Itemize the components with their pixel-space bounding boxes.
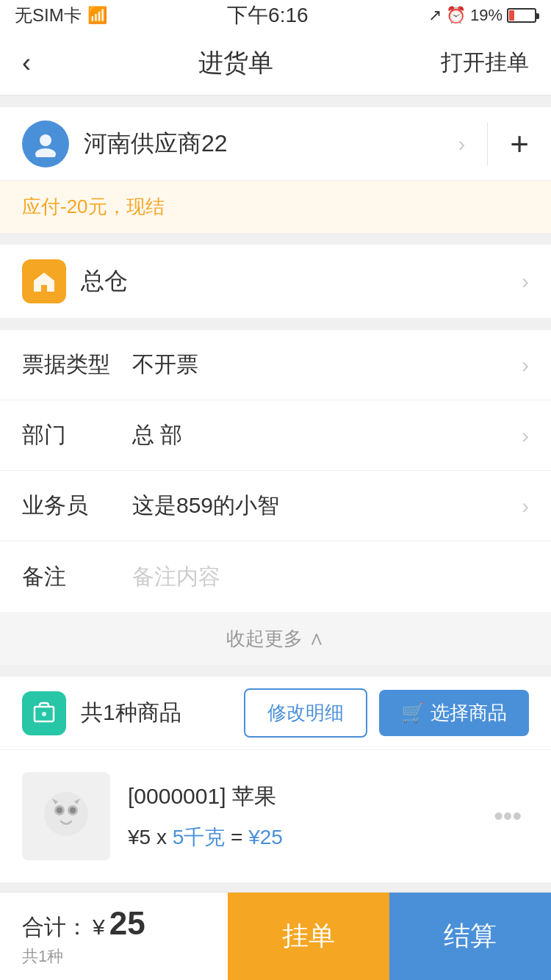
svg-point-1 [35,148,56,157]
carrier-text: 无SIM卡 [15,4,82,27]
warehouse-icon [22,259,66,303]
total-amount: 25 [109,905,145,942]
form-card: 票据类型 不开票 › 部门 总 部 › 业务员 这是859的小智 › 备注 备注… [0,330,551,612]
page-title: 进货单 [198,46,273,80]
product-price-row: ¥5 x 5千克 = ¥25 [128,824,486,851]
chevron-right-icon: › [522,269,529,294]
remark-row[interactable]: 备注 备注内容 [0,541,551,612]
remark-label: 备注 [22,562,110,592]
remark-input[interactable]: 备注内容 [132,562,529,592]
svg-point-3 [42,712,46,716]
status-bar: 无SIM卡 📶 下午6:16 ↗ ⏰ 19% [0,0,551,31]
product-info: [0000001] 苹果 ¥5 x 5千克 = ¥25 [128,782,486,851]
collapse-label: 收起更多 ∧ [226,626,324,652]
hang-button[interactable]: 挂单 [228,893,389,981]
total-price-highlight: ¥25 [248,826,283,849]
invoice-type-row[interactable]: 票据类型 不开票 › [0,330,551,400]
checkout-button[interactable]: 结算 [389,893,551,981]
chevron-right-icon: › [458,131,465,156]
svg-point-8 [70,807,76,813]
alarm-icon: ⏰ [446,6,466,25]
collapse-toggle[interactable]: 收起更多 ∧ [0,612,551,665]
product-section: 共1种商品 修改明细 🛒 选择商品 [0,677,551,882]
avatar [22,120,69,167]
quantity-highlight: 5千克 [173,826,226,849]
open-hang-button[interactable]: 打开挂单 [441,48,529,78]
wifi-icon: 📶 [87,6,107,25]
bottom-bar: 合计： ¥ 25 共1种 挂单 结算 [0,892,551,980]
edit-detail-button[interactable]: 修改明细 [244,688,367,738]
total-main: 合计： ¥ 25 [22,905,206,943]
department-label: 部门 [22,420,110,450]
nav-bar: ‹ 进货单 打开挂单 [0,31,551,96]
svg-point-7 [57,807,62,813]
select-product-label: 选择商品 [431,700,507,726]
salesperson-row[interactable]: 业务员 这是859的小智 › [0,471,551,541]
total-sub-label: 共1种 [22,945,206,968]
status-time: 下午6:16 [227,1,309,29]
department-row[interactable]: 部门 总 部 › [0,400,551,471]
invoice-type-value: 不开票 [132,350,522,380]
product-count-text: 共1种商品 [81,698,244,728]
salesperson-label: 业务员 [22,491,110,521]
svg-point-4 [44,792,88,836]
status-left: 无SIM卡 📶 [15,4,107,27]
notice-banner: 应付-20元，现结 [0,181,551,233]
status-right: ↗ ⏰ 19% [428,6,536,25]
product-thumbnail [22,772,110,860]
price-base: ¥5 x [128,826,173,849]
product-name: [0000001] 苹果 [128,782,486,812]
battery-text: 19% [470,6,503,25]
divider [487,122,488,166]
department-value: 总 部 [132,420,522,450]
chevron-right-icon: › [522,423,529,448]
content-area: 河南供应商22 › + 应付-20元，现结 总仓 › 票据类型 不开票 › 部门… [0,107,551,980]
product-header: 共1种商品 修改明细 🛒 选择商品 [0,677,551,750]
equal-sign: = [225,826,248,849]
battery-icon [507,8,536,23]
product-more-button[interactable]: ••• [486,801,529,832]
select-product-button[interactable]: 🛒 选择商品 [379,690,529,736]
supplier-card: 河南供应商22 › + 应付-20元，现结 [0,107,551,233]
total-section: 合计： ¥ 25 共1种 [0,905,228,968]
currency-symbol: ¥ [93,915,105,940]
salesperson-value: 这是859的小智 [132,491,522,521]
invoice-type-label: 票据类型 [22,350,110,380]
warehouse-card[interactable]: 总仓 › [0,245,551,318]
supplier-row[interactable]: 河南供应商22 › + [0,107,551,181]
product-section-icon [22,691,66,735]
svg-point-0 [40,134,51,146]
warehouse-name: 总仓 [81,265,522,298]
chevron-right-icon: › [522,353,529,378]
supplier-name: 河南供应商22 [84,128,458,160]
chevron-right-icon: › [522,494,529,519]
add-supplier-button[interactable]: + [510,128,529,160]
total-label: 合计： [22,912,88,943]
back-button[interactable]: ‹ [22,48,31,79]
select-icon: 🛒 [401,702,425,724]
location-icon: ↗ [428,6,442,25]
product-item: [0000001] 苹果 ¥5 x 5千克 = ¥25 ••• [0,750,551,882]
